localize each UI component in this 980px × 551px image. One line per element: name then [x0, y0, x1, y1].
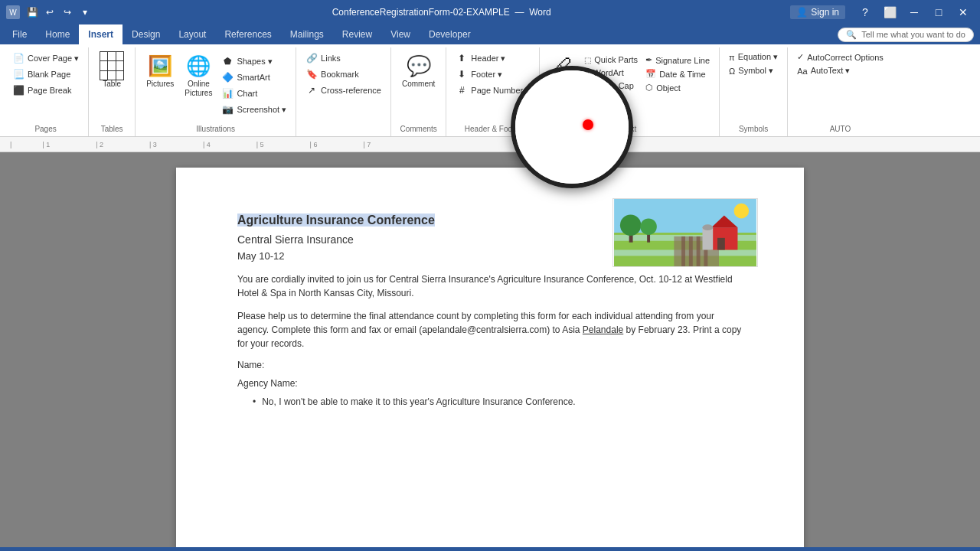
pictures-button[interactable]: 🖼️ Pictures — [142, 51, 178, 92]
screenshot-label: Screenshot ▾ — [237, 105, 286, 115]
quick-parts-label: Quick Parts — [594, 55, 638, 64]
redo-button[interactable]: ↪ — [60, 5, 75, 20]
tab-file[interactable]: File — [3, 24, 36, 44]
links-buttons: 🔗 Links 🔖 Bookmark ↗ Cross-reference — [302, 47, 384, 132]
page-break-label: Page Break — [28, 86, 71, 95]
tab-mailings[interactable]: Mailings — [281, 24, 333, 44]
ribbon-group-pages: 📄 Cover Page ▾ 📃 Blank Page ⬛ Page Break… — [3, 47, 89, 136]
save-button[interactable]: 💾 — [24, 5, 40, 20]
object-button[interactable]: ⬡ Object — [642, 81, 713, 94]
equation-button[interactable]: π Equation ▾ — [726, 51, 781, 64]
tab-design[interactable]: Design — [122, 24, 169, 44]
pictures-label: Pictures — [146, 80, 174, 89]
ribbon-group-symbols: π Equation ▾ Ω Symbol ▾ Symbols — [720, 47, 788, 136]
quick-access-toolbar: 💾 ↩ ↪ ▾ — [24, 5, 93, 20]
tab-references[interactable]: References — [215, 24, 280, 44]
object-label: Object — [656, 83, 681, 93]
cover-page-icon: 📄 — [12, 52, 24, 64]
screenshot-button[interactable]: 📷 Screenshot ▾ — [218, 102, 289, 117]
ruler: | | 1 | 2 | 3 | 4 | 5 | 6 | 7 — [0, 137, 980, 152]
signature-line-button[interactable]: ✒ Signature Line — [642, 54, 713, 67]
blank-page-button[interactable]: 📃 Blank Page — [9, 67, 74, 82]
blank-page-icon: 📃 — [12, 68, 24, 80]
textbox-button[interactable]: 🖊 TextBox ▾ — [546, 51, 580, 101]
screenshot-icon: 📷 — [221, 103, 234, 116]
links-button[interactable]: 🔗 Links — [302, 51, 344, 66]
cross-reference-button[interactable]: ↗ Cross-reference — [302, 83, 384, 98]
tab-layout[interactable]: Layout — [169, 24, 215, 44]
textbox-icon: 🖊 — [550, 54, 575, 78]
doc-field-agency: Agency Name: — [237, 378, 743, 389]
status-bar: Page 1 of 2 📝 2 of 275 words ✓ ▣ 📖 🌐 − +… — [0, 547, 980, 551]
footer-button[interactable]: ⬇ Footer ▾ — [452, 67, 505, 82]
autocorrect-button[interactable]: ✓ AutoCorrect Options — [794, 51, 887, 64]
table-icon — [100, 54, 124, 78]
farm-image — [612, 198, 758, 267]
ribbon-tabs-row: File Home Insert Design Layout Reference… — [0, 24, 980, 44]
chart-button[interactable]: 📊 Chart — [218, 86, 289, 101]
ribbon-content: 📄 Cover Page ▾ 📃 Blank Page ⬛ Page Break… — [0, 44, 980, 137]
hf-group-label: Header & Footer — [452, 123, 533, 136]
online-pictures-icon: 🌐 — [186, 54, 211, 78]
pelandale-link: Pelandale — [583, 324, 623, 335]
wordart-button[interactable]: A WordArt — [581, 67, 641, 79]
symbol-button[interactable]: Ω Symbol ▾ — [726, 64, 776, 77]
close-button[interactable]: ✕ — [952, 5, 974, 19]
shapes-button[interactable]: ⬟ Shapes ▾ — [218, 54, 289, 69]
svg-point-17 — [620, 215, 641, 236]
word-logo-icon: W — [6, 5, 20, 19]
autotext-button[interactable]: Aa AutoText ▾ — [794, 64, 853, 77]
ribbon-display-button[interactable]: ⬜ — [879, 5, 900, 19]
tab-home[interactable]: Home — [36, 24, 79, 44]
date-time-button[interactable]: 📅 Date & Time — [642, 67, 713, 80]
quick-parts-button[interactable]: ⬚ Quick Parts — [581, 54, 641, 66]
search-icon: 🔍 — [846, 30, 857, 40]
header-button[interactable]: ⬆ Header ▾ — [452, 51, 508, 66]
doc-field-name: Name: — [237, 360, 743, 370]
tab-review[interactable]: Review — [333, 24, 381, 44]
tell-me-label: Tell me what you want to do — [861, 30, 965, 39]
cover-page-button[interactable]: 📄 Cover Page ▾ — [9, 51, 82, 66]
tab-developer[interactable]: Developer — [420, 24, 480, 44]
ruler-mark: | 2 — [96, 141, 103, 148]
minimize-button[interactable]: ─ — [903, 5, 925, 19]
equation-label: Equation ▾ — [738, 52, 778, 62]
object-icon: ⬡ — [645, 83, 653, 93]
sign-in-button[interactable]: 👤 Sign in — [790, 5, 845, 19]
links-group-label — [302, 132, 384, 136]
table-button[interactable]: Table — [95, 51, 129, 92]
svg-point-19 — [640, 218, 657, 235]
filename-label: ConferenceRegistrationForm-02-EXAMPLE — [332, 7, 510, 18]
tab-insert[interactable]: Insert — [79, 24, 122, 44]
undo-button[interactable]: ↩ — [42, 5, 57, 20]
maximize-button[interactable]: □ — [928, 5, 949, 19]
title-bar-right: 👤 Sign in ? ⬜ ─ □ ✕ — [790, 5, 974, 19]
customize-qa-button[interactable]: ▾ — [77, 5, 93, 20]
blank-page-label: Blank Page — [28, 70, 70, 79]
comment-button[interactable]: 💬 Comment — [397, 51, 439, 92]
drop-cap-button[interactable]: Aa Drop Cap — [581, 80, 641, 92]
bullet-dot: • — [253, 396, 256, 407]
doc-para2: Please help us to determine the final at… — [237, 309, 743, 350]
equation-icon: π — [729, 53, 735, 62]
ribbon-group-tables: Table Tables — [89, 47, 136, 136]
help-button[interactable]: ? — [854, 5, 876, 19]
symbols-group-label: Symbols — [726, 123, 781, 136]
online-pictures-button[interactable]: 🌐 OnlinePictures — [180, 51, 217, 101]
signature-icon: ✒ — [645, 55, 652, 65]
farm-illustration — [613, 199, 757, 266]
app-name-label: Word — [529, 7, 550, 18]
wordart-icon: A — [584, 68, 590, 77]
illustrations-group-label: Illustrations — [142, 123, 289, 136]
tell-me-input[interactable]: 🔍 Tell me what you want to do — [838, 28, 974, 42]
ribbon-group-links: 🔗 Link 🔗 Links 🔖 Bookmark ↗ Cross-refere… — [296, 47, 391, 136]
pictures-icon: 🖼️ — [148, 54, 172, 78]
smartart-button[interactable]: 🔷 SmartArt — [218, 70, 289, 85]
page-number-button[interactable]: # Page Number ▾ — [452, 83, 533, 98]
ribbon-tabs: File Home Insert Design Layout Reference… — [0, 24, 480, 44]
tab-view[interactable]: View — [381, 24, 420, 44]
page-number-icon: # — [456, 84, 468, 96]
page-break-button[interactable]: ⬛ Page Break — [9, 83, 74, 98]
bookmark-button[interactable]: 🔖 Bookmark — [302, 67, 362, 82]
cover-page-label: Cover Page ▾ — [28, 54, 79, 64]
